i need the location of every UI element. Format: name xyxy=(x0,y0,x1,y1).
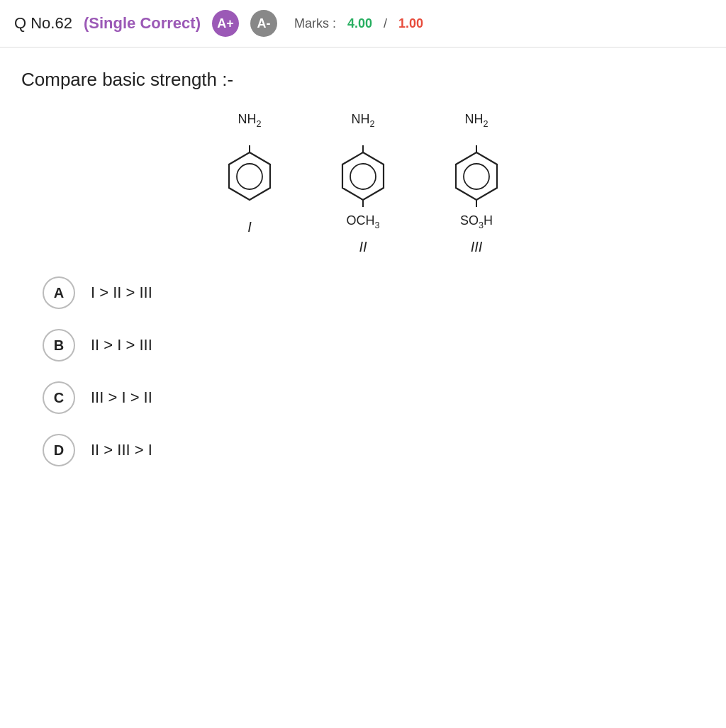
structure-III-svg xyxy=(441,133,512,211)
option-D[interactable]: D II > III > I xyxy=(43,434,705,466)
svg-marker-8 xyxy=(456,152,497,200)
structure-III-top-sub: NH2 xyxy=(464,112,488,130)
structure-I: NH2 I xyxy=(214,112,285,235)
svg-marker-4 xyxy=(342,152,384,200)
font-increase-button[interactable]: A+ xyxy=(212,10,239,37)
font-decrease-button[interactable]: A- xyxy=(250,10,277,37)
options-list: A I > II > III B II > I > III C III > I … xyxy=(21,276,705,466)
option-C-circle: C xyxy=(43,381,75,414)
structure-I-label: I xyxy=(247,219,252,235)
structure-I-top-sub: NH2 xyxy=(238,112,261,130)
option-A[interactable]: A I > II > III xyxy=(43,276,705,309)
positive-marks: 4.00 xyxy=(347,16,372,31)
chemical-structures: NH2 I NH2 OC xyxy=(21,112,705,255)
svg-point-2 xyxy=(237,164,262,189)
option-B-circle: B xyxy=(43,329,75,362)
structure-III-label: III xyxy=(471,239,483,255)
structure-III-bottom-sub: SO3H xyxy=(460,213,493,231)
option-B-text: II > I > III xyxy=(91,336,152,354)
option-D-circle: D xyxy=(43,434,75,466)
question-type: (Single Correct) xyxy=(84,14,201,33)
marks-separator: / xyxy=(384,16,387,31)
svg-point-5 xyxy=(350,164,376,189)
option-C-text: III > I > II xyxy=(91,388,152,407)
structure-III: NH2 SO3H III xyxy=(441,112,512,255)
svg-marker-1 xyxy=(229,152,270,200)
option-A-circle: A xyxy=(43,276,75,309)
structure-I-svg xyxy=(214,133,285,211)
question-number: Q No.62 xyxy=(14,14,72,33)
structure-II-label: II xyxy=(359,239,367,255)
option-A-text: I > II > III xyxy=(91,284,152,302)
option-D-text: II > III > I xyxy=(91,441,152,459)
option-B[interactable]: B II > I > III xyxy=(43,329,705,362)
structure-II-svg xyxy=(328,133,398,211)
svg-point-9 xyxy=(464,164,489,189)
negative-marks: 1.00 xyxy=(398,16,423,31)
structure-II-bottom-sub: OCH3 xyxy=(346,213,379,231)
question-text: Compare basic strength :- xyxy=(21,69,705,91)
question-header: Q No.62 (Single Correct) A+ A- Marks : 4… xyxy=(0,0,726,47)
structure-II-top-sub: NH2 xyxy=(351,112,374,130)
marks-label: Marks : xyxy=(294,16,336,31)
question-content: Compare basic strength :- NH2 I NH2 xyxy=(0,47,726,728)
structure-II: NH2 OCH3 II xyxy=(328,112,398,255)
option-C[interactable]: C III > I > II xyxy=(43,381,705,414)
